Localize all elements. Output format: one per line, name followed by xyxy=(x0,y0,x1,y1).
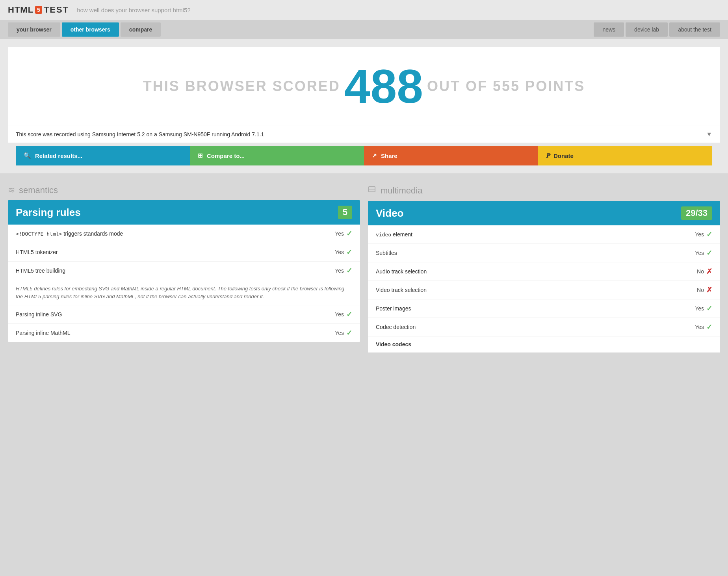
score-label-before: THIS BROWSER SCORED xyxy=(143,78,340,95)
check-icon: ✓ xyxy=(346,329,352,337)
feature-result: Yes ✓ xyxy=(321,310,352,319)
semantics-icon: ≋ xyxy=(8,185,15,195)
header-tagline: how well does your browser support html5… xyxy=(77,7,190,13)
nav-about-the-test[interactable]: about the test xyxy=(669,22,720,37)
table-row: <!DOCTYPE html> triggers standards mode … xyxy=(8,225,360,243)
video-score: 29/33 xyxy=(681,206,712,220)
multimedia-icon xyxy=(368,185,377,196)
feature-note: HTML5 defines rules for embedding SVG an… xyxy=(8,280,360,305)
feature-name: HTML5 tokenizer xyxy=(16,249,321,255)
compare-icon: ⊞ xyxy=(198,152,203,159)
table-row: Codec detection Yes ✓ xyxy=(368,318,720,336)
check-icon: ✓ xyxy=(706,230,712,239)
table-row: Video track selection No ✗ xyxy=(368,281,720,299)
multimedia-section: multimedia Video 29/33 video element Yes… xyxy=(368,185,720,353)
nav-device-lab[interactable]: device lab xyxy=(626,22,668,37)
feature-result: Yes ✓ xyxy=(321,329,352,337)
info-bar-text: This score was recorded using Samsung In… xyxy=(16,131,264,137)
table-row: HTML5 tree building Yes ✓ xyxy=(8,262,360,280)
check-icon: ✓ xyxy=(346,266,352,275)
feature-name: Subtitles xyxy=(376,250,681,256)
related-results-button[interactable]: 🔍 Related results... xyxy=(16,146,190,165)
score-value: 488 xyxy=(344,63,423,110)
compare-to-button[interactable]: ⊞ Compare to... xyxy=(190,146,364,165)
feature-result: Yes ✓ xyxy=(321,266,352,275)
feature-result: Yes ✓ xyxy=(681,230,712,239)
logo-5-badge: 5 xyxy=(35,6,42,14)
info-bar[interactable]: This score was recorded using Samsung In… xyxy=(8,126,720,143)
feature-yes-label: Yes xyxy=(695,250,704,256)
check-icon: ✓ xyxy=(706,304,712,313)
feature-name: Codec detection xyxy=(376,324,681,330)
semantics-section-header: ≋ semantics xyxy=(8,185,360,195)
table-row: Subtitles Yes ✓ xyxy=(368,244,720,262)
cross-icon: ✗ xyxy=(706,286,712,294)
multimedia-section-header: multimedia xyxy=(368,185,720,196)
feature-name: <!DOCTYPE html> triggers standards mode xyxy=(16,230,321,237)
feature-name: video element xyxy=(376,231,681,238)
parsing-rules-card: Parsing rules 5 <!DOCTYPE html> triggers… xyxy=(8,200,360,342)
table-row: Poster images Yes ✓ xyxy=(368,299,720,318)
table-row: Parsing inline MathML Yes ✓ xyxy=(8,324,360,342)
semantics-section: ≋ semantics Parsing rules 5 <!DOCTYPE ht… xyxy=(8,185,360,353)
cross-icon: ✗ xyxy=(706,267,712,276)
video-title: Video xyxy=(376,207,403,219)
main-nav: your browser other browsers compare news… xyxy=(0,20,728,39)
check-icon: ✓ xyxy=(346,248,352,256)
feature-result: Yes ✓ xyxy=(321,229,352,238)
paypal-icon: 𝐏 xyxy=(546,152,550,159)
feature-result: No ✗ xyxy=(681,267,712,276)
feature-name: HTML5 tree building xyxy=(16,268,321,274)
feature-no-label: No xyxy=(697,268,704,275)
parsing-rules-header: Parsing rules 5 xyxy=(8,200,360,225)
feature-name: Parsing inline SVG xyxy=(16,311,321,318)
nav-left: your browser other browsers compare xyxy=(8,22,592,37)
feature-result: Yes ✓ xyxy=(321,248,352,256)
info-bar-arrow-icon: ▼ xyxy=(706,131,712,138)
score-display: THIS BROWSER SCORED 488 OUT OF 555 POINT… xyxy=(16,63,712,110)
table-row: Audio track selection No ✗ xyxy=(368,262,720,281)
check-icon: ✓ xyxy=(346,229,352,238)
table-row: video element Yes ✓ xyxy=(368,225,720,244)
nav-your-browser[interactable]: your browser xyxy=(8,22,60,37)
feature-no-label: No xyxy=(697,287,704,293)
action-bar: 🔍 Related results... ⊞ Compare to... ↗ S… xyxy=(16,146,712,165)
feature-name: Audio track selection xyxy=(376,268,681,275)
feature-yes-label: Yes xyxy=(335,268,344,274)
nav-compare[interactable]: compare xyxy=(121,22,161,37)
feature-result: Yes ✓ xyxy=(681,304,712,313)
feature-name: Parsing inline MathML xyxy=(16,330,321,336)
video-card: Video 29/33 video element Yes ✓ Subtitle… xyxy=(368,201,720,353)
feature-yes-label: Yes xyxy=(335,249,344,255)
score-label-after: OUT OF 555 POINTS xyxy=(427,78,585,95)
logo: HTML 5 TEST xyxy=(8,5,69,15)
logo-test-text: TEST xyxy=(44,5,69,15)
feature-yes-label: Yes xyxy=(335,230,344,237)
feature-name: Video track selection xyxy=(376,287,681,293)
nav-news[interactable]: news xyxy=(594,22,624,37)
score-wrapper: THIS BROWSER SCORED 488 OUT OF 555 POINT… xyxy=(0,39,728,173)
feature-yes-label: Yes xyxy=(695,231,704,238)
multimedia-title: multimedia xyxy=(381,186,422,196)
share-icon: ↗ xyxy=(372,152,377,159)
check-icon: ✓ xyxy=(346,310,352,319)
feature-yes-label: Yes xyxy=(695,324,704,330)
share-label: Share xyxy=(381,152,397,159)
feature-result: Yes ✓ xyxy=(681,249,712,257)
parsing-rules-title: Parsing rules xyxy=(16,206,81,219)
nav-other-browsers[interactable]: other browsers xyxy=(62,22,119,37)
donate-button[interactable]: 𝐏 Donate xyxy=(538,146,712,165)
parsing-rules-score: 5 xyxy=(338,206,352,219)
check-icon: ✓ xyxy=(706,323,712,331)
table-row: Parsing inline SVG Yes ✓ xyxy=(8,305,360,324)
video-header: Video 29/33 xyxy=(368,201,720,225)
feature-result: No ✗ xyxy=(681,286,712,294)
feature-yes-label: Yes xyxy=(335,330,344,336)
nav-right: news device lab about the test xyxy=(594,22,720,37)
feature-result: Yes ✓ xyxy=(681,323,712,331)
share-button[interactable]: ↗ Share xyxy=(364,146,538,165)
page-header: HTML 5 TEST how well does your browser s… xyxy=(0,0,728,20)
main-sections: ≋ semantics Parsing rules 5 <!DOCTYPE ht… xyxy=(0,177,728,360)
check-icon: ✓ xyxy=(706,249,712,257)
compare-to-label: Compare to... xyxy=(207,152,245,159)
